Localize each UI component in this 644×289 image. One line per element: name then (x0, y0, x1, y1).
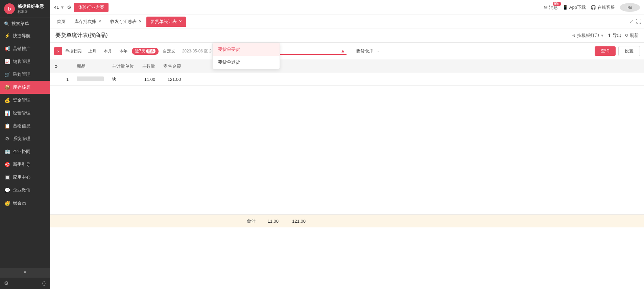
col-amount: 零售金额 (159, 60, 185, 73)
data-table: ⚙ 商品 主计量单位 主数量 零售金额 (50, 60, 644, 86)
filter-toggle-btn[interactable]: › (54, 47, 62, 55)
purchase-icon: 🛒 (4, 72, 10, 77)
refresh-btn[interactable]: ↻ 刷新 (625, 32, 639, 39)
date-current-month-btn[interactable]: 本月 (101, 47, 115, 55)
page-title: 要货单统计表(按商品) (55, 32, 108, 39)
demo-btn[interactable]: 体验行业方案 (74, 3, 109, 12)
col-goods: 商品 (73, 60, 108, 73)
sidebar-item-sales[interactable]: 📈 销售管理 (0, 55, 50, 68)
app-logo-text: 畅捷通好生意 标准版 (18, 4, 44, 14)
col-qty: 主数量 (138, 60, 159, 73)
sidebar-item-wechat[interactable]: 💬 企业微信 (0, 184, 50, 197)
fullscreen-icon[interactable]: ⛶ (636, 19, 641, 25)
summary-label: 合计 (247, 218, 256, 224)
row-amount: 121.00 (159, 73, 185, 86)
chevron-down-icon: ▼ (23, 270, 27, 275)
basic-icon: 📋 (4, 123, 10, 129)
tab-receive-summary[interactable]: 收发存汇总表 ✕ (106, 17, 146, 27)
sidebar-item-inventory[interactable]: 📦 库存核算 (0, 81, 50, 94)
tab-close-order-summary[interactable]: ✕ (179, 19, 182, 24)
tab-close-batch-account[interactable]: ✕ (98, 19, 101, 24)
online-service-btn[interactable]: 🎧 在线客服 (591, 4, 615, 10)
tabs-bar: 首页 库存批次账 ✕ 收发存汇总表 ✕ 要货单统计表 ✕ ⤢ ⛶ (50, 15, 644, 28)
dropdown-item-order-return[interactable]: 要货单退货 (213, 56, 280, 69)
sidebar-item-guide[interactable]: 🎯 新手引导 (0, 158, 50, 171)
finance-icon: 💰 (4, 97, 10, 103)
summary-qty: 11.00 (256, 219, 283, 224)
row-settings (50, 73, 62, 86)
refresh-icon: ↻ (625, 33, 628, 38)
dropdown-item-order-goods[interactable]: 要货单要货 (213, 43, 280, 56)
export-btn[interactable]: ⬆ 导出 (607, 32, 621, 39)
sidebar-item-finance[interactable]: 💰 资金管理 (0, 94, 50, 107)
table-wrap: ⚙ 商品 主计量单位 主数量 零售金额 (50, 60, 644, 86)
sidebar-scroll-down[interactable]: ▼ (0, 268, 50, 277)
app-download-btn[interactable]: 📱 App下载 (563, 4, 586, 10)
sidebar-item-marketing[interactable]: 📢 营销推广 (0, 42, 50, 55)
date-year-btn[interactable]: 本年 (116, 47, 130, 55)
page-actions: 🖨 按模板打印 ▼ ⬆ 导出 ↻ 刷新 (571, 32, 639, 39)
user-avatar[interactable]: Rit (620, 3, 640, 12)
operation-icon: 📊 (4, 110, 10, 116)
chevron-down-icon: ▼ (60, 5, 64, 10)
system-icon: ⚙ (4, 136, 10, 141)
topbar: 41 ▼ ⚙ 体验行业方案 ✉ 消息 99+ 📱 App下载 🎧 在线客服 Ri… (50, 0, 644, 15)
topbar-right: ✉ 消息 99+ 📱 App下载 🎧 在线客服 Rit (544, 3, 640, 12)
store-selector[interactable]: 41 ▼ (54, 5, 64, 10)
col-seq (62, 60, 73, 73)
date-prev-month-btn[interactable]: 上月 (85, 47, 99, 55)
wechat-icon: 💬 (4, 187, 10, 193)
app-version: 标准版 (18, 9, 44, 14)
filter-bar: › 单据日期 上月 本月 本年 近7天 更多 自定义 2023-05-06 至 … (50, 43, 644, 60)
marketing-icon: 📢 (4, 46, 10, 51)
tab-close-receive-summary[interactable]: ✕ (139, 19, 142, 24)
query-btn[interactable]: 查询 (595, 46, 616, 56)
app-center-icon: 🔲 (4, 175, 10, 180)
sidebar-search-btn[interactable]: 🔍 搜索菜单 (0, 18, 50, 29)
guide-icon: 🎯 (4, 162, 10, 167)
collapse-icon[interactable]: ⟨⟩ (42, 280, 46, 286)
col-settings[interactable]: ⚙ (50, 60, 62, 73)
tab-home[interactable]: 首页 (53, 17, 70, 27)
tabs-right-actions: ⤢ ⛶ (629, 18, 641, 25)
date-quick-btns: 上月 本月 本年 近7天 更多 自定义 (85, 47, 178, 55)
sidebar: b 畅捷通好生意 标准版 🔍 搜索菜单 ⚡ 快捷导航 📢 营销推广 📈 销售管理… (0, 0, 50, 289)
col-unit: 主计量单位 (108, 60, 138, 73)
settings-icon[interactable]: ⚙ (4, 280, 8, 286)
tab-batch-account[interactable]: 库存批次账 ✕ (70, 17, 105, 27)
row-unit: 块 (108, 73, 138, 86)
sidebar-logo: b 畅捷通好生意 标准版 (0, 0, 50, 18)
topbar-settings-icon[interactable]: ⚙ (67, 4, 71, 10)
type-dropdown-chevron[interactable]: ▲ (339, 48, 347, 53)
sidebar-item-system[interactable]: ⚙ 系统管理 (0, 132, 50, 145)
table-body: 1 块 11.00 121.00 (50, 73, 644, 86)
sidebar-item-basic[interactable]: 📋 基础信息 (0, 119, 50, 132)
sidebar-item-quick-nav[interactable]: ⚡ 快捷导航 (0, 29, 50, 42)
row-empty (185, 73, 644, 86)
chevron-down-icon: ▼ (600, 34, 604, 38)
setting-btn[interactable]: 设置 (618, 46, 640, 56)
table-row: 1 块 11.00 121.00 (50, 73, 644, 86)
sidebar-item-purchase[interactable]: 🛒 采购管理 (0, 68, 50, 81)
message-btn[interactable]: ✉ 消息 99+ (544, 4, 558, 10)
date-custom-btn[interactable]: 自定义 (160, 47, 178, 55)
tab-order-summary[interactable]: 要货单统计表 ✕ (146, 17, 186, 27)
expand-icon[interactable]: ⤢ (629, 18, 634, 25)
sidebar-item-operation[interactable]: 📊 经营管理 (0, 107, 50, 119)
sidebar-item-member[interactable]: 👑 畅会员 (0, 197, 50, 209)
row-goods (73, 73, 108, 86)
sidebar-item-app-center[interactable]: 🔲 应用中心 (0, 171, 50, 184)
date-recent-btn[interactable]: 近7天 更多 (132, 48, 159, 55)
sales-icon: 📈 (4, 59, 10, 64)
print-btn[interactable]: 🖨 按模板打印 ▼ (571, 32, 604, 39)
warehouse-more-icon[interactable]: ··· (376, 48, 381, 54)
app-logo-icon: b (4, 3, 15, 14)
goods-placeholder (77, 76, 104, 81)
type-dropdown-menu: 要货单要货 要货单退货 (212, 43, 280, 69)
content-spacer (50, 86, 644, 214)
summary-amount: 121.00 (283, 219, 310, 224)
store-name-label: 41 (54, 5, 59, 10)
sidebar-item-enterprise[interactable]: 🏢 企业协同 (0, 145, 50, 158)
table-header: ⚙ 商品 主计量单位 主数量 零售金额 (50, 60, 644, 73)
member-icon: 👑 (4, 200, 10, 206)
